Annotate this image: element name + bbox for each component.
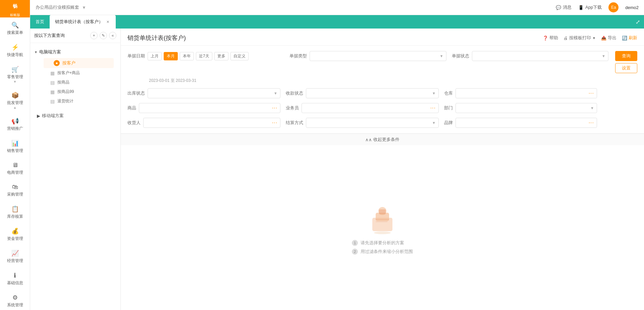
mobile-group-label: 移动端方案 [42,113,64,119]
collapse-panel-button[interactable]: « [109,32,116,39]
wholesale-icon: 📦 [11,92,19,99]
payment-select[interactable]: ▼ [306,88,439,98]
marketing-icon: 📢 [11,117,19,125]
desktop-group: ▼ 电脑端方案 ● 按客户 ▦ 按客户+商品 [30,46,120,109]
help-button[interactable]: ❓ 帮助 [543,35,558,41]
settlement-select[interactable]: ▼ [306,118,439,128]
sidebar-item-inventory[interactable]: 📋 库存核算 [0,201,30,223]
tab-home[interactable]: 首页 [30,15,50,29]
outbound-arrow-icon: ▼ [274,91,277,95]
tabbar: 首页 销货单统计表（按客户） ✕ ⤢ [30,15,644,29]
add-scheme-button[interactable]: + [90,32,98,39]
sidebar-item-finance[interactable]: 💰 资金管理 [0,223,30,246]
outbound-select[interactable]: ▼ [148,88,280,98]
tab-home-label: 首页 [36,19,44,25]
tree-item-label-goods99: 按商品99 [57,89,74,95]
sidebar-item-marketing[interactable]: 📢 营销推广 [0,113,30,136]
username: demo2 [625,5,639,10]
sidebar-item-operation[interactable]: 📈 经营管理 [0,246,30,268]
salesperson-select[interactable]: ··· [302,103,439,113]
sidebar-item-retail[interactable]: 🛒 零售管理 ▼ [0,62,30,88]
tree-item-by-goods99[interactable]: ▦ 按商品99 [44,87,114,96]
desktop-group-header[interactable]: ▼ 电脑端方案 [34,48,116,56]
desktop-subgroup: ● 按客户 ▦ 按客户+商品 ▤ 按商品 ▦ [34,56,116,107]
date-btn-thismonth[interactable]: 本月 [164,52,178,60]
arrow-right-icon: ▶ [37,113,40,118]
page-title-actions: ❓ 帮助 🖨 按模板打印 ▼ 📤 导出 🔄 刷新 [543,35,637,41]
platform-dropdown-icon[interactable]: ▼ [82,5,86,10]
brand-select[interactable]: ··· [455,118,597,128]
app-download-button[interactable]: 📱 App下载 [578,4,602,10]
tip-num-1: 1 [352,240,358,246]
logo[interactable]: 畅 标账版 [0,0,30,17]
template-dropdown-icon: ▼ [592,36,596,40]
filter-row4: 收货人 ··· 结算方式 ▼ 品牌 [127,118,637,128]
svg-text:畅: 畅 [13,3,17,9]
message-label: 消息 [563,4,572,10]
warehouse-dots[interactable]: ··· [589,90,594,96]
receiver-select[interactable]: ··· [143,118,280,128]
logo-subtitle: 标账版 [10,13,20,17]
export-button[interactable]: 📤 导出 [601,35,616,41]
refresh-button[interactable]: 🔄 刷新 [622,35,637,41]
date-range-display: 2023-03-01 至 2023-03-31 [149,78,196,83]
salesperson-dots[interactable]: ··· [430,105,436,111]
tab-expand-button[interactable]: ⤢ [632,19,644,25]
message-button[interactable]: 💬 消息 [556,4,572,10]
tab-close-button[interactable]: ✕ [105,19,110,24]
query-button[interactable]: 查询 [615,51,637,61]
tab-sales-stats[interactable]: 销货单统计表（按客户） ✕ [50,15,116,29]
receiver-dots[interactable]: ··· [272,120,277,126]
tree-item-by-goods[interactable]: ▤ 按商品 [44,78,114,87]
sidebar-item-basic[interactable]: ℹ 基础信息 [0,268,30,290]
goods-select[interactable]: ··· [139,103,280,113]
brand-dots[interactable]: ··· [589,120,594,126]
receiver-filter-item: 收货人 ··· [127,118,280,128]
avatar[interactable]: Ea [608,2,619,12]
tree-item-by-customer[interactable]: ● 按客户 [44,58,114,68]
outbound-filter-item: 出库状态 ▼ [127,88,280,98]
doc-type-select[interactable]: ▼ [310,51,446,61]
svg-point-8 [374,231,391,234]
sidebar-item-ecom[interactable]: 🖥 电商管理 [0,158,30,179]
tip-num-2: 2 [352,249,358,255]
date-btn-thisyear[interactable]: 本年 [180,52,194,60]
system-icon: ⚙ [12,294,18,301]
tree-item-return-stats[interactable]: ▤ 退货统计 [44,97,114,106]
sidebar-item-sales[interactable]: 📊 销售管理 [0,136,30,158]
receiver-label: 收货人 [127,120,141,126]
filter-row3: 商品 ··· 业务员 ··· 部门 [127,103,637,113]
goods-dots[interactable]: ··· [272,105,277,111]
doc-type-filter-item: 单据类型 ▼ [289,51,446,61]
date-btn-lastmonth[interactable]: 上月 [148,52,162,60]
date-btn-7days[interactable]: 近7天 [196,52,212,60]
sidebar-item-wholesale[interactable]: 📦 批发管理 ▲ [0,88,30,113]
date-btn-more[interactable]: 更多 [214,52,228,60]
department-label: 部门 [444,105,453,111]
tree-section: ▼ 电脑端方案 ● 按客户 ▦ 按客户+商品 [30,43,120,125]
payment-label: 收款状态 [286,90,303,96]
left-panel-actions: + ✎ « [90,32,116,39]
sidebar-item-purchase[interactable]: 🛍 采购管理 [0,179,30,201]
collapse-row[interactable]: ∧∧ 收起更多条件 [121,134,644,145]
collapse-up-icon: ∧∧ [365,137,372,142]
help-label: 帮助 [549,35,558,41]
warehouse-select[interactable]: ··· [455,88,597,98]
tree-item-customer-goods[interactable]: ▦ 按客户+商品 [44,68,114,78]
topbar: 办公用品行业模拟账套 ▼ 💬 消息 📱 App下载 Ea demo2 [30,0,644,15]
date-filter-item: 单据日期 上月 本月 本年 近7天 更多 自定义 [127,52,284,60]
department-select[interactable]: ▼ [455,103,597,113]
filter-row2: 出库状态 ▼ 收款状态 ▼ 仓库 [127,88,637,98]
edit-scheme-button[interactable]: ✎ [100,32,107,39]
doc-status-select[interactable]: ▼ [472,51,608,61]
date-btn-custom[interactable]: 自定义 [230,52,249,60]
download-label: App下载 [585,4,602,10]
template-print-button[interactable]: 🖨 按模板打印 ▼ [564,35,596,41]
sidebar-item-search[interactable]: 🔍 搜索菜单 [0,17,30,40]
empty-tips: 1 请先选择要分析的方案 2 用过滤条件来缩小分析范围 [352,240,413,255]
mobile-group-header[interactable]: ▶ 移动端方案 [37,111,116,120]
settings-button[interactable]: 设置 [615,63,637,73]
warehouse-label: 仓库 [444,90,453,96]
sidebar-item-quicknav[interactable]: ⚡ 快捷导航 [0,40,30,62]
sidebar-item-system[interactable]: ⚙ 系统管理 [0,290,30,310]
